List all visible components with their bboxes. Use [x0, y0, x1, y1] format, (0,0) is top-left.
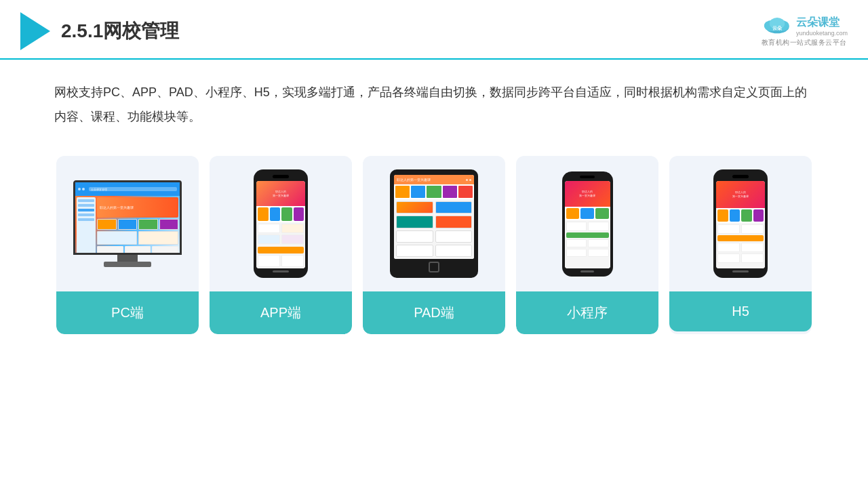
logo-text: 云朵课堂 yunduoketang.com: [796, 16, 848, 37]
pad-image-area: 职达人的第一堂兴趣课: [363, 156, 505, 291]
page-title: 2.5.1网校管理: [61, 18, 179, 44]
cloud-logo-icon: 云朵: [761, 15, 793, 37]
h5-phone-mock: 职达人的第一堂兴趣课: [713, 169, 768, 278]
cards-container: 云朵课堂管理 职达: [0, 136, 868, 354]
h5-label: H5: [669, 291, 812, 331]
logo-subtitle: 教育机构一站式服务云平台: [762, 38, 847, 47]
pad-label: PAD端: [363, 291, 505, 334]
pc-image-area: 云朵课堂管理 职达: [56, 156, 199, 291]
logo-cloud: 云朵 云朵课堂 yunduoketang.com: [761, 15, 848, 37]
header: 2.5.1网校管理 云朵 云朵课堂 yunduoketang.com 教育机构一…: [0, 0, 868, 60]
h5-image-area: 职达人的第一堂兴趣课: [669, 156, 812, 291]
miniprogram-label: 小程序: [516, 291, 658, 334]
svg-text:云朵: 云朵: [772, 25, 783, 31]
play-icon: [20, 12, 50, 50]
miniprogram-image-area: 职达人的第一堂兴趣课: [516, 156, 658, 291]
header-left: 2.5.1网校管理: [20, 12, 179, 50]
pad-device-mock: 职达人的第一堂兴趣课: [390, 169, 478, 278]
card-pad: 职达人的第一堂兴趣课: [363, 156, 505, 334]
app-label: APP端: [210, 291, 352, 334]
description-text: 网校支持PC、APP、PAD、小程序、H5，实现多端打通，产品各终端自由切换，数…: [0, 60, 868, 136]
card-app: 职达人的第一堂兴趣课: [210, 156, 352, 334]
app-image-area: 职达人的第一堂兴趣课: [210, 156, 352, 291]
card-miniprogram: 职达人的第一堂兴趣课: [516, 156, 658, 334]
card-h5: 职达人的第一堂兴趣课: [669, 156, 812, 334]
pc-label: PC端: [56, 291, 199, 334]
logo-area: 云朵 云朵课堂 yunduoketang.com 教育机构一站式服务云平台: [761, 15, 848, 47]
card-pc: 云朵课堂管理 职达: [56, 156, 199, 334]
app-phone-mock: 职达人的第一堂兴趣课: [254, 169, 308, 278]
pc-device-mock: 云朵课堂管理 职达: [70, 180, 185, 267]
miniprogram-phone-mock: 职达人的第一堂兴趣课: [562, 171, 613, 277]
